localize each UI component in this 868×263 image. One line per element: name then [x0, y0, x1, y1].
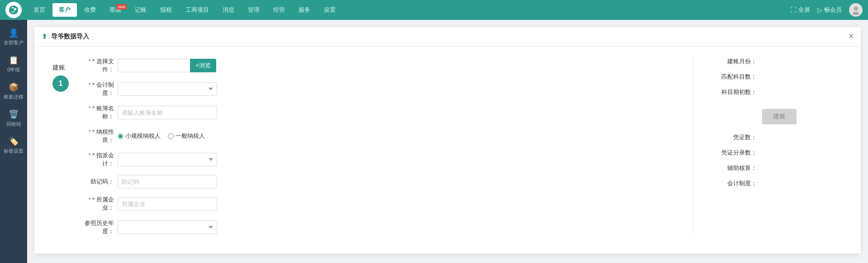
memo-code-row: 助记码： [78, 175, 670, 188]
memo-code-label: 助记码： [78, 178, 114, 186]
tax-type-radio-group: 小规模纳税人 一般纳税人 [118, 132, 205, 140]
general-taxpayer-label: 一般纳税人 [175, 132, 205, 140]
form-section: 建账 1 * 选择文件： +浏览 [52, 57, 670, 235]
nav-item-messages[interactable]: 消息 [216, 3, 241, 17]
svg-point-2 [854, 7, 858, 11]
fullscreen-label: 全屏 [798, 6, 810, 14]
subjects-opening-row: 科目期初数： [716, 88, 843, 96]
build-month-label: 建账月份： [716, 57, 757, 66]
accounting-system-select[interactable] [118, 82, 217, 96]
assign-accountant-select[interactable] [118, 153, 217, 166]
content-area: ⬆ 导爷数据导入 × 建账 1 * 选择文件： [27, 20, 868, 263]
ledger-name-row: * 账簿名称： [78, 104, 670, 121]
vip-toggle[interactable]: ▷ 畅会员 [817, 6, 842, 14]
step-badge: 1 [52, 75, 69, 92]
auxiliary-calc-row: 辅助核算： [716, 164, 843, 172]
tag-settings-icon: 🏷️ [9, 136, 19, 146]
svg-point-3 [853, 12, 859, 15]
accounting-system-info-label: 会计制度： [716, 179, 757, 188]
build-account-button[interactable]: 建账 [762, 109, 797, 124]
ledger-name-input[interactable] [118, 106, 217, 119]
accounting-system-row: * 会计制度： [78, 81, 670, 97]
history-year-row: 参照历史年度： [78, 219, 670, 235]
file-label: * 选择文件： [78, 57, 114, 74]
general-taxpayer-option[interactable]: 一般纳税人 [168, 132, 205, 140]
sidebar-item-label: 账套迁移 [4, 94, 24, 100]
voucher-entries-label: 凭证分录数： [716, 149, 757, 157]
sidebar-item-zero-declaration[interactable]: 📋 0申报 [1, 52, 26, 77]
small-taxpayer-radio[interactable] [118, 133, 123, 139]
new-badge: new [116, 4, 127, 9]
nav-item-settings[interactable]: 设置 [318, 3, 342, 17]
small-taxpayer-label: 小规模纳税人 [125, 132, 161, 140]
app-logo[interactable] [5, 2, 22, 18]
info-section: 建账月份： 匹配科目数： 科目期初数： 建账 凭证 [716, 57, 843, 235]
sidebar-item-tag-settings[interactable]: 🏷️ 标签设置 [1, 133, 26, 158]
accounting-system-label: * 会计制度： [78, 81, 114, 97]
nav-item-operations[interactable]: 经营 [267, 3, 291, 17]
voucher-count-label: 凭证数： [716, 133, 757, 141]
vip-label: 畅会员 [824, 6, 842, 14]
assign-accountant-row: * 指派会计： [78, 151, 670, 168]
import-icon: ⬆ [42, 33, 47, 41]
recycle-bin-icon: 🗑️ [9, 109, 19, 119]
subjects-opening-label: 科目期初数： [716, 88, 757, 96]
affiliated-company-input[interactable] [118, 197, 217, 211]
sidebar-item-label: 回收站 [6, 121, 21, 127]
tax-type-row: * 纳税性质： 小规模纳税人 一般纳税人 [78, 128, 670, 144]
step-label: 建账 [52, 64, 65, 72]
build-month-row: 建账月份： [716, 57, 843, 66]
sidebar: 👤 全部客户 📋 0申报 📦 账套迁移 🗑️ 回收站 🏷️ 标签设置 [0, 20, 27, 263]
sidebar-item-label: 标签设置 [4, 148, 24, 155]
fullscreen-toggle[interactable]: ⛶ 全屏 [790, 6, 810, 14]
nav-item-bookkeeping[interactable]: 记账 [128, 3, 153, 17]
nav-item-tax[interactable]: 报税 [154, 3, 178, 17]
form-grid: * 选择文件： +浏览 * 会计制度： [78, 57, 670, 235]
file-input-group: +浏览 [118, 59, 216, 72]
all-customers-icon: 👤 [9, 28, 19, 38]
match-subjects-row: 匹配科目数： [716, 73, 843, 81]
zero-declaration-icon: 📋 [9, 55, 19, 65]
affiliated-company-row: * 所属企业： [78, 196, 670, 212]
accounting-system-info-row: 会计制度： [716, 179, 843, 188]
auxiliary-calc-label: 辅助核算： [716, 164, 757, 172]
nav-item-home[interactable]: 首页 [27, 3, 52, 17]
file-input[interactable] [118, 59, 190, 72]
nav-item-management[interactable]: 管理 [242, 3, 266, 17]
dialog-close-button[interactable]: × [849, 32, 854, 41]
history-year-select[interactable] [118, 221, 217, 234]
svg-point-0 [9, 5, 18, 14]
account-migration-icon: 📦 [9, 82, 19, 92]
dialog-body: 建账 1 * 选择文件： +浏览 [34, 47, 861, 254]
vip-icon: ▷ [817, 6, 822, 14]
voucher-count-row: 凭证数： [716, 133, 843, 141]
nav-item-bills[interactable]: 票据 new [103, 3, 128, 17]
sidebar-item-label: 全部客户 [4, 39, 24, 46]
dialog-header: ⬆ 导爷数据导入 × [34, 27, 861, 47]
nav-item-fees[interactable]: 收费 [78, 3, 102, 17]
nav-menu: 首页 客户 收费 票据 new 记账 报税 工商项目 消息 管理 经营 服务 设… [27, 3, 790, 17]
browse-button[interactable]: +浏览 [190, 59, 216, 72]
small-taxpayer-option[interactable]: 小规模纳税人 [118, 132, 161, 140]
memo-code-input[interactable] [118, 175, 217, 188]
import-dialog: ⬆ 导爷数据导入 × 建账 1 * 选择文件： [34, 27, 861, 254]
match-subjects-label: 匹配科目数： [716, 73, 757, 81]
general-taxpayer-radio[interactable] [168, 133, 174, 139]
affiliated-company-label: * 所属企业： [78, 196, 114, 212]
nav-item-customers[interactable]: 客户 [52, 3, 77, 17]
tax-type-label: * 纳税性质： [78, 128, 114, 144]
sidebar-item-label: 0申报 [7, 66, 20, 73]
history-year-label: 参照历史年度： [78, 219, 114, 235]
svg-point-1 [14, 8, 16, 10]
user-avatar[interactable] [849, 3, 863, 17]
file-row: * 选择文件： +浏览 [78, 57, 670, 74]
sidebar-item-all-customers[interactable]: 👤 全部客户 [1, 24, 26, 50]
voucher-entries-row: 凭证分录数： [716, 149, 843, 157]
sidebar-item-recycle-bin[interactable]: 🗑️ 回收站 [1, 106, 26, 131]
nav-item-service[interactable]: 服务 [292, 3, 317, 17]
nav-item-business[interactable]: 工商项目 [179, 3, 215, 17]
vertical-divider [693, 57, 693, 235]
top-navbar: 首页 客户 收费 票据 new 记账 报税 工商项目 消息 管理 经营 服务 设… [0, 0, 868, 20]
fullscreen-icon: ⛶ [790, 6, 797, 14]
sidebar-item-account-migration[interactable]: 📦 账套迁移 [1, 79, 26, 104]
